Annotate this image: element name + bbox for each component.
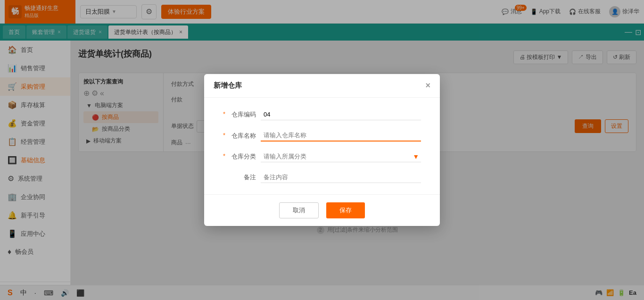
modal-footer: 取消 保存	[204, 194, 440, 226]
warehouse-category-select-row: ▼	[261, 151, 421, 162]
form-row-category: 仓库分类 ▼	[223, 151, 421, 162]
modal-body: 仓库编码 仓库名称 仓库分类 ▼ 备注	[204, 98, 440, 194]
modal-overlay: 新增仓库 × 仓库编码 仓库名称 仓库分类 ▼	[0, 0, 644, 300]
modal-close-button[interactable]: ×	[425, 81, 430, 91]
modal-header: 新增仓库 ×	[204, 74, 440, 98]
warehouse-category-input[interactable]	[261, 151, 413, 162]
form-row-name: 仓库名称	[223, 130, 421, 142]
warehouse-category-label: 仓库分类	[223, 152, 261, 161]
category-dropdown-icon[interactable]: ▼	[413, 153, 421, 160]
warehouse-note-input[interactable]	[261, 172, 421, 183]
form-row-code: 仓库编码	[223, 109, 421, 120]
warehouse-code-input[interactable]	[261, 109, 421, 120]
warehouse-name-label: 仓库名称	[223, 132, 261, 140]
form-row-note: 备注	[223, 172, 421, 183]
save-button[interactable]: 保存	[326, 202, 365, 218]
modal-title: 新增仓库	[214, 81, 242, 90]
warehouse-note-label: 备注	[223, 173, 261, 182]
new-warehouse-modal: 新增仓库 × 仓库编码 仓库名称 仓库分类 ▼	[204, 74, 440, 226]
cancel-button[interactable]: 取消	[279, 202, 319, 218]
warehouse-code-label: 仓库编码	[223, 110, 261, 119]
warehouse-name-input[interactable]	[261, 130, 421, 142]
